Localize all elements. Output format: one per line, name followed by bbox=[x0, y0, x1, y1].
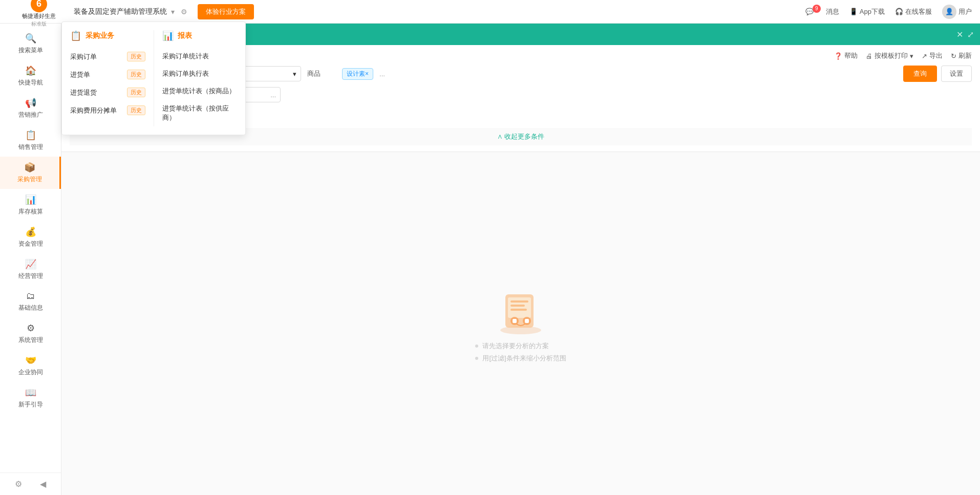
main-layout: 🔍 搜索菜单 🏠 快捷导航 📢 营销推广 📋 销售管理 📦 采购管理 📊 库存核… bbox=[0, 24, 980, 495]
purchase-order-stat-label: 采购订单统计表 bbox=[162, 52, 209, 61]
dropdown-purchase-expense[interactable]: 采购费用分摊单 历史 bbox=[70, 101, 145, 119]
sidebar-item-purchase[interactable]: 📦 采购管理 bbox=[0, 157, 61, 189]
sidebar-bottom: ⚙ ◀ bbox=[0, 472, 61, 495]
finance-icon: 💰 bbox=[25, 226, 36, 238]
refresh-icon: ↻ bbox=[951, 52, 956, 60]
online-service-label: 在线客服 bbox=[905, 7, 932, 16]
salesperson-dots[interactable]: ... bbox=[270, 91, 276, 99]
svg-rect-8 bbox=[513, 319, 517, 323]
dropdown-purchase-order-stat[interactable]: 采购订单统计表 bbox=[162, 48, 238, 65]
trial-button[interactable]: 体验行业方案 bbox=[198, 4, 254, 19]
logo-subtitle: 标准版 bbox=[31, 20, 47, 28]
sidebar: 🔍 搜索菜单 🏠 快捷导航 📢 营销推广 📋 销售管理 📦 采购管理 📊 库存核… bbox=[0, 24, 61, 495]
notification-badge: 9 bbox=[813, 5, 821, 13]
svg-rect-4 bbox=[510, 305, 525, 307]
empty-text: 请先选择要分析的方案 用[过滤]条件来缩小分析范围 bbox=[475, 341, 566, 363]
help-icon: ❓ bbox=[834, 52, 842, 60]
empty-hint-2: 用[过滤]条件来缩小分析范围 bbox=[475, 354, 566, 363]
goods-dots[interactable]: ... bbox=[379, 70, 385, 78]
sidebar-purchase-label: 采购管理 bbox=[17, 175, 42, 184]
user-item[interactable]: 👤 用户 bbox=[942, 5, 972, 19]
filter-settings-button[interactable]: 设置 bbox=[941, 66, 972, 82]
help-button[interactable]: ❓ 帮助 bbox=[834, 51, 858, 60]
system-title-area: 装备及固定资产辅助管理系统 ▾ ⚙ 体验行业方案 bbox=[74, 4, 805, 19]
purchase-order-badge: 历史 bbox=[127, 52, 145, 61]
purchase-order-exec-label: 采购订单执行表 bbox=[162, 69, 209, 78]
svg-rect-9 bbox=[525, 319, 529, 323]
hint-dot-2 bbox=[475, 357, 478, 360]
system-settings-icon[interactable]: ⚙ bbox=[181, 8, 187, 16]
app-download-item[interactable]: 📱 App下载 bbox=[849, 7, 885, 16]
dropdown-incoming-stat-goods[interactable]: 进货单统计表（按商品） bbox=[162, 82, 238, 100]
dropdown-arrow-icon[interactable]: ▾ bbox=[171, 8, 175, 16]
home-icon: 🏠 bbox=[25, 65, 36, 76]
print-button[interactable]: 🖨 按模板打印 ▾ bbox=[866, 51, 913, 60]
goods-tag[interactable]: 设计素× bbox=[342, 68, 373, 80]
app-download-label: App下载 bbox=[860, 7, 885, 16]
collapse-icon: ∧ bbox=[497, 133, 503, 140]
refresh-button[interactable]: ↻ 刷新 bbox=[951, 51, 972, 60]
logo-icon: 6 bbox=[31, 0, 47, 12]
header-right: 💬 9 消息 📱 App下载 🎧 在线客服 👤 用户 bbox=[805, 5, 972, 19]
online-service-item[interactable]: 🎧 在线客服 bbox=[895, 7, 932, 16]
user-label: 用户 bbox=[958, 7, 972, 16]
sidebar-collapse-icon[interactable]: ◀ bbox=[40, 479, 46, 489]
svg-rect-3 bbox=[510, 300, 528, 303]
filter-actions: 查询 设置 bbox=[903, 66, 972, 82]
refresh-label: 刷新 bbox=[958, 51, 972, 60]
print-dropdown-icon[interactable]: ▾ bbox=[910, 52, 913, 60]
sidebar-inventory-label: 库存核算 bbox=[18, 207, 43, 216]
dropdown-purchase-order[interactable]: 采购订单 历史 bbox=[70, 48, 145, 66]
export-icon: ↗ bbox=[922, 52, 927, 60]
purchase-order-label: 采购订单 bbox=[70, 52, 97, 61]
logo-title: 畅捷通好生意 bbox=[22, 12, 56, 20]
report-col-header: 📊 报表 bbox=[162, 30, 238, 41]
export-button[interactable]: ↗ 导出 bbox=[922, 51, 943, 60]
dropdown-incoming-stat-supplier[interactable]: 进货单统计表（按供应商） bbox=[162, 100, 238, 126]
tab-expand-action[interactable]: ⤢ bbox=[967, 30, 974, 39]
dropdown-incoming-return[interactable]: 进货退货 历史 bbox=[70, 83, 145, 101]
voucher-status-dropdown[interactable]: ▾ bbox=[293, 70, 296, 78]
purchase-col-header: 📋 采购业务 bbox=[70, 30, 145, 41]
purchase-icon: 📦 bbox=[24, 162, 35, 173]
sidebar-item-basic[interactable]: 🗂 基础信息 bbox=[0, 286, 61, 317]
sidebar-system-label: 系统管理 bbox=[18, 336, 43, 345]
help-label: 帮助 bbox=[844, 51, 858, 60]
empty-hint-1: 请先选择要分析的方案 bbox=[475, 341, 566, 351]
sidebar-item-inventory[interactable]: 📊 库存核算 bbox=[0, 189, 61, 221]
sidebar-item-enterprise[interactable]: 🤝 企业协同 bbox=[0, 350, 61, 382]
query-button[interactable]: 查询 bbox=[903, 66, 937, 82]
notification-item[interactable]: 💬 9 消息 bbox=[805, 7, 839, 16]
dropdown-incoming[interactable]: 进货单 历史 bbox=[70, 66, 145, 83]
sidebar-item-sales[interactable]: 📋 销售管理 bbox=[0, 124, 61, 157]
sidebar-item-finance[interactable]: 💰 资金管理 bbox=[0, 221, 61, 253]
sidebar-item-management[interactable]: 📈 经营管理 bbox=[0, 253, 61, 286]
sidebar-item-marketing[interactable]: 📢 营销推广 bbox=[0, 92, 61, 124]
sidebar-enterprise-label: 企业协同 bbox=[18, 368, 43, 377]
sidebar-settings-icon[interactable]: ⚙ bbox=[15, 479, 22, 489]
sidebar-management-label: 经营管理 bbox=[18, 272, 43, 281]
sidebar-item-guide[interactable]: 📖 新手引导 bbox=[0, 382, 61, 414]
purchase-expense-badge: 历史 bbox=[127, 105, 145, 115]
purchase-col-title: 采购业务 bbox=[86, 31, 114, 40]
logo-area: 6 畅捷通好生意 标准版 bbox=[8, 0, 70, 28]
tab-bar-actions: ✕ ⤢ bbox=[956, 24, 980, 45]
purchase-expense-label: 采购费用分摊单 bbox=[70, 106, 117, 115]
purchase-col: 📋 采购业务 采购订单 历史 进货单 历史 进货退货 历史 采购费用分摊单 历史 bbox=[62, 30, 154, 126]
svg-rect-5 bbox=[510, 309, 527, 311]
sidebar-search-label: 搜索菜单 bbox=[18, 46, 43, 55]
sidebar-item-system[interactable]: ⚙ 系统管理 bbox=[0, 317, 61, 350]
phone-icon: 📱 bbox=[849, 8, 858, 15]
tab-close-action[interactable]: ✕ bbox=[956, 30, 963, 39]
sidebar-basic-label: 基础信息 bbox=[18, 304, 43, 312]
report-col-title: 报表 bbox=[178, 31, 192, 40]
dropdown-purchase-order-exec[interactable]: 采购订单执行表 bbox=[162, 65, 238, 82]
report-col-icon: 📊 bbox=[162, 30, 174, 41]
hint-dot-1 bbox=[475, 345, 478, 348]
sidebar-marketing-label: 营销推广 bbox=[18, 111, 43, 119]
print-icon: 🖨 bbox=[866, 52, 872, 60]
sidebar-item-nav[interactable]: 🏠 快捷导航 bbox=[0, 60, 61, 92]
sidebar-item-search[interactable]: 🔍 搜索菜单 bbox=[0, 28, 61, 60]
empty-state: 请先选择要分析的方案 用[过滤]条件来缩小分析范围 bbox=[475, 284, 566, 363]
notification-label: 消息 bbox=[826, 7, 839, 16]
